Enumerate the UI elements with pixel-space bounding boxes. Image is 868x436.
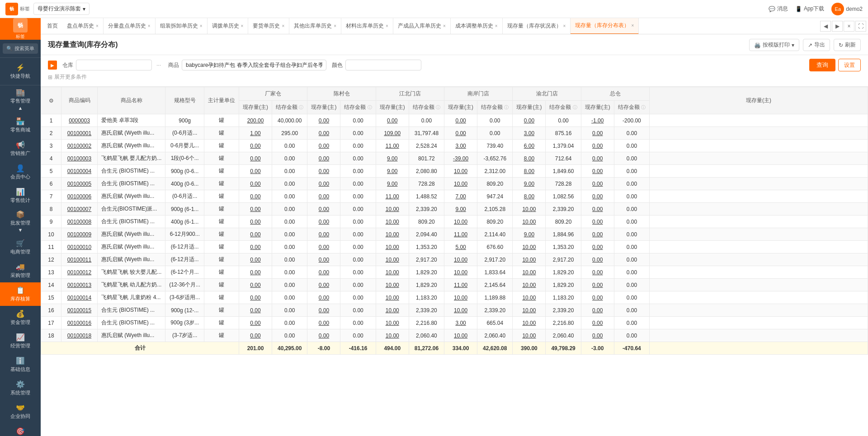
sidebar-item-ecommerce[interactable]: 🛒 电商管理 [0, 235, 41, 259]
table-cell[interactable]: 0.00 [581, 329, 614, 342]
table-cell-code[interactable]: 00100002 [61, 140, 98, 152]
table-cell[interactable]: 0.00 [307, 329, 340, 342]
tabs-next-btn[interactable]: ▶ [832, 21, 843, 32]
table-cell[interactable]: 10.00 [513, 216, 546, 228]
tab-close-icon[interactable]: × [631, 23, 634, 28]
table-cell[interactable]: 0.00 [239, 329, 272, 342]
table-cell[interactable]: 0.00 [307, 190, 340, 203]
table-cell[interactable]: 0.00 [307, 228, 340, 241]
table-cell[interactable]: 10.00 [513, 203, 546, 216]
tabs-close-all-btn[interactable]: × [844, 21, 854, 32]
tab-transfer[interactable]: 调拨单历史 × [208, 18, 249, 34]
table-cell[interactable]: 10.00 [444, 329, 477, 342]
table-cell-code[interactable]: 00100008 [61, 216, 98, 228]
sidebar-item-operations[interactable]: 📈 经营管理 [0, 329, 41, 353]
table-cell[interactable]: 0.00 [581, 228, 614, 241]
table-cell[interactable]: 10.00 [376, 266, 409, 279]
query-btn[interactable]: 查询 [809, 59, 835, 71]
table-cell[interactable]: 0.00 [581, 304, 614, 317]
table-cell[interactable]: 0.00 [239, 253, 272, 266]
table-cell[interactable]: 0.00 [239, 190, 272, 203]
table-cell[interactable]: 200.00 [239, 114, 272, 127]
tab-close-icon[interactable]: × [563, 23, 566, 28]
table-cell[interactable]: -1.00 [581, 114, 614, 127]
table-cell[interactable]: 9.00 [513, 178, 546, 190]
tab-requisition[interactable]: 要货单历史 × [248, 18, 289, 34]
app-download-btn[interactable]: 📱 App下载 [795, 5, 824, 13]
table-cell[interactable]: 0.00 [239, 228, 272, 241]
table-cell[interactable]: 10.00 [376, 253, 409, 266]
warehouse-input[interactable] [76, 60, 152, 70]
sidebar-item-retail-stats[interactable]: 📊 零售统计 [0, 184, 41, 207]
table-cell[interactable]: 11.00 [376, 190, 409, 203]
search-input[interactable]: 🔍 搜索英单 [3, 43, 38, 54]
table-cell[interactable]: 10.00 [513, 241, 546, 253]
export-btn[interactable]: ↗ 导出 [803, 39, 830, 51]
table-cell[interactable]: 109.00 [376, 127, 409, 140]
tab-close-icon[interactable]: × [241, 23, 244, 28]
table-cell[interactable]: 0.00 [307, 203, 340, 216]
table-cell[interactable]: 0.00 [581, 253, 614, 266]
table-cell-code[interactable]: 00100012 [61, 266, 98, 279]
table-cell[interactable]: 0.00 [513, 114, 546, 127]
table-cell[interactable]: 11.00 [376, 140, 409, 152]
table-cell[interactable]: 10.00 [513, 317, 546, 329]
tab-close-icon[interactable]: × [334, 23, 336, 28]
table-cell[interactable]: 0.00 [581, 216, 614, 228]
table-cell[interactable]: 10.00 [376, 228, 409, 241]
table-cell[interactable]: 10.00 [513, 304, 546, 317]
sidebar-item-wholesale[interactable]: 📦 批发管理 ▼ [0, 207, 41, 235]
sidebar-item-member[interactable]: 👤 会员中心 [0, 160, 41, 184]
table-cell[interactable]: 0.00 [307, 216, 340, 228]
table-cell[interactable]: 0.00 [239, 203, 272, 216]
table-cell[interactable]: 10.00 [376, 216, 409, 228]
tab-assembly[interactable]: 组装拆卸单历史 × [156, 18, 208, 34]
tab-close-icon[interactable]: × [386, 23, 388, 28]
table-cell[interactable]: 0.00 [307, 152, 340, 165]
sidebar-item-enterprise[interactable]: 🤝 企业协同 [0, 400, 41, 423]
table-cell[interactable]: 0.00 [307, 127, 340, 140]
table-cell-code[interactable]: 00100006 [61, 190, 98, 203]
table-cell[interactable]: 0.00 [307, 304, 340, 317]
table-cell[interactable]: 0.00 [239, 304, 272, 317]
table-cell[interactable]: 3.00 [444, 140, 477, 152]
tab-other-out[interactable]: 其他出库单历史 × [289, 18, 341, 34]
table-cell[interactable]: 0.00 [239, 152, 272, 165]
table-cell[interactable]: 10.00 [376, 203, 409, 216]
table-cell[interactable]: 0.00 [239, 140, 272, 152]
table-cell[interactable]: 0.00 [307, 241, 340, 253]
industry-selector[interactable]: 母婴行业演示陈套 ▾ [33, 3, 90, 15]
table-cell[interactable]: 0.00 [581, 190, 614, 203]
sidebar-logo[interactable]: 畅 标签 [0, 18, 41, 40]
table-cell[interactable]: 0.00 [239, 241, 272, 253]
table-cell[interactable]: 0.00 [307, 140, 340, 152]
tab-close-icon[interactable]: × [96, 23, 99, 28]
tab-close-icon[interactable]: × [443, 23, 446, 28]
sidebar-item-retail-mall[interactable]: 🏪 零售商城 [0, 113, 41, 137]
table-cell-code[interactable]: 00100014 [61, 291, 98, 304]
sidebar-item-guide[interactable]: 🎯 新手引导 [0, 423, 41, 436]
print-btn[interactable]: 🖨️ 按模版打印 ▾ [749, 39, 799, 51]
sidebar-item-retail-mgmt[interactable]: 🏬 零售管理 ▲ [0, 85, 41, 113]
table-cell[interactable]: 0.00 [239, 266, 272, 279]
table-cell[interactable]: 0.00 [581, 165, 614, 178]
table-cell[interactable]: 0.00 [307, 165, 340, 178]
sidebar-item-shortcut[interactable]: ⚡ 快捷导航 [0, 60, 41, 83]
table-cell-code[interactable]: 00100009 [61, 228, 98, 241]
table-cell[interactable]: 6.00 [513, 140, 546, 152]
settings-btn[interactable]: 设置 [838, 59, 861, 71]
table-cell[interactable]: 10.00 [376, 329, 409, 342]
table-cell[interactable]: 10.00 [444, 178, 477, 190]
tab-partial-count[interactable]: 分量盘点单历史 × [104, 18, 156, 34]
table-cell[interactable]: 9.00 [376, 165, 409, 178]
table-cell-code[interactable]: 00100010 [61, 241, 98, 253]
table-cell[interactable]: 0.00 [239, 317, 272, 329]
tabs-maximize-btn[interactable]: ⛶ [855, 21, 866, 32]
table-cell[interactable]: 0.00 [444, 127, 477, 140]
tab-stock-status[interactable]: 现存量（库存状况表） × [503, 18, 571, 34]
table-cell-code[interactable]: 0000003 [61, 114, 98, 127]
table-cell[interactable]: 3.00 [444, 317, 477, 329]
sidebar-item-purchase[interactable]: 🚚 采购管理 [0, 259, 41, 282]
table-cell[interactable]: 0.00 [581, 127, 614, 140]
table-cell[interactable]: 9.00 [444, 203, 477, 216]
